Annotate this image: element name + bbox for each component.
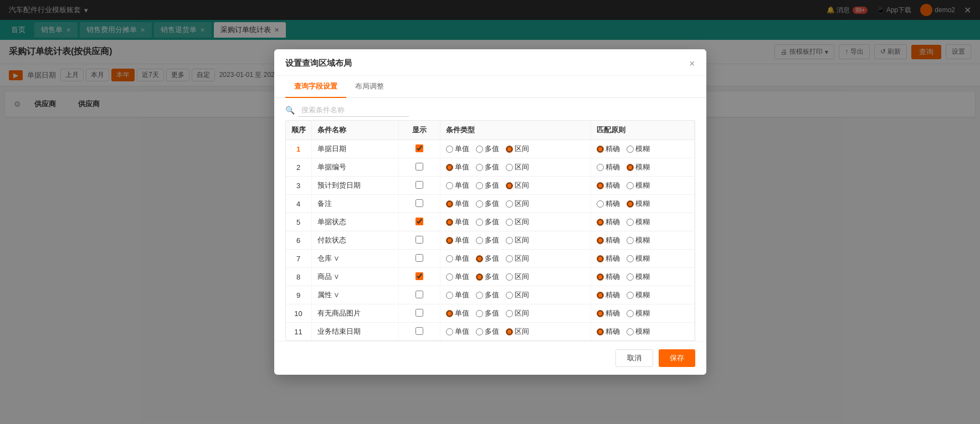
match-radio-match_exact[interactable]: 精确 bbox=[597, 180, 620, 190]
display-checkbox[interactable] bbox=[415, 309, 423, 317]
match-radio-match_fuzzy[interactable]: 模糊 bbox=[627, 272, 650, 282]
type-radio-type_single[interactable]: 单值 bbox=[446, 327, 469, 337]
type-radio-type_single[interactable]: 单值 bbox=[446, 180, 469, 190]
type-radio-type_range[interactable]: 区间 bbox=[506, 254, 529, 263]
cell-display[interactable] bbox=[399, 268, 440, 286]
type-radio-type_single[interactable]: 单值 bbox=[446, 144, 469, 154]
cell-display[interactable] bbox=[399, 304, 440, 323]
match-radio-match_fuzzy[interactable]: 模糊 bbox=[627, 144, 650, 154]
cell-display[interactable] bbox=[399, 195, 440, 213]
display-checkbox[interactable] bbox=[415, 291, 423, 298]
type-radio-type_multi[interactable]: 多值 bbox=[476, 254, 499, 263]
type-radio-type_range[interactable]: 区间 bbox=[506, 235, 529, 245]
match-radio-match_fuzzy[interactable]: 模糊 bbox=[627, 217, 650, 227]
modal-tab-field-settings[interactable]: 查询字段设置 bbox=[285, 76, 346, 98]
cell-type: 单值多值区间 bbox=[440, 323, 591, 341]
cell-type: 单值多值区间 bbox=[440, 231, 591, 250]
match-radio-match_fuzzy[interactable]: 模糊 bbox=[627, 327, 650, 337]
cell-match: 精确模糊 bbox=[591, 158, 694, 177]
cell-type: 单值多值区间 bbox=[440, 158, 591, 177]
type-radio-type_multi[interactable]: 多值 bbox=[476, 235, 499, 245]
match-radio-match_fuzzy[interactable]: 模糊 bbox=[627, 199, 650, 209]
cell-match: 精确模糊 bbox=[591, 250, 694, 268]
match-radio-match_exact[interactable]: 精确 bbox=[597, 327, 620, 337]
type-radio-type_single[interactable]: 单值 bbox=[446, 235, 469, 245]
display-checkbox[interactable] bbox=[415, 181, 423, 189]
cell-display[interactable] bbox=[399, 158, 440, 177]
cell-name: 仓库 ∨ bbox=[311, 250, 399, 268]
display-checkbox[interactable] bbox=[415, 272, 423, 280]
match-radio-match_exact[interactable]: 精确 bbox=[597, 235, 620, 245]
type-radio-type_single[interactable]: 单值 bbox=[446, 199, 469, 209]
match-radio-match_exact[interactable]: 精确 bbox=[597, 308, 620, 318]
type-radio-type_single[interactable]: 单值 bbox=[446, 162, 469, 172]
display-checkbox[interactable] bbox=[415, 218, 423, 225]
cell-display[interactable] bbox=[399, 231, 440, 250]
type-radio-type_multi[interactable]: 多值 bbox=[476, 290, 499, 300]
table-row: 2单据编号单值多值区间精确模糊 bbox=[286, 158, 695, 177]
match-radio-match_fuzzy[interactable]: 模糊 bbox=[627, 180, 650, 190]
type-radio-type_single[interactable]: 单值 bbox=[446, 254, 469, 263]
modal-footer: 取消 保存 bbox=[274, 341, 706, 375]
cell-match: 精确模糊 bbox=[591, 323, 694, 341]
match-radio-match_exact[interactable]: 精确 bbox=[597, 199, 620, 209]
match-radio-match_fuzzy[interactable]: 模糊 bbox=[627, 290, 650, 300]
type-radio-type_multi[interactable]: 多值 bbox=[476, 217, 499, 227]
modal-tab-bar: 查询字段设置 布局调整 bbox=[274, 76, 706, 98]
display-checkbox[interactable] bbox=[415, 199, 423, 207]
cell-display[interactable] bbox=[399, 286, 440, 304]
cell-display[interactable] bbox=[399, 140, 440, 158]
match-radio-match_fuzzy[interactable]: 模糊 bbox=[627, 162, 650, 172]
modal-search-input[interactable] bbox=[298, 104, 409, 117]
match-radio-match_exact[interactable]: 精确 bbox=[597, 272, 620, 282]
type-radio-type_range[interactable]: 区间 bbox=[506, 272, 529, 282]
type-radio-type_range[interactable]: 区间 bbox=[506, 327, 529, 337]
match-radio-match_exact[interactable]: 精确 bbox=[597, 162, 620, 172]
type-radio-type_multi[interactable]: 多值 bbox=[476, 327, 499, 337]
cell-type: 单值多值区间 bbox=[440, 177, 591, 195]
type-radio-type_multi[interactable]: 多值 bbox=[476, 272, 499, 282]
cell-name: 单据状态 bbox=[311, 213, 399, 231]
match-radio-match_fuzzy[interactable]: 模糊 bbox=[627, 235, 650, 245]
cell-order: 11 bbox=[286, 323, 312, 341]
type-radio-type_multi[interactable]: 多值 bbox=[476, 308, 499, 318]
type-radio-type_single[interactable]: 单值 bbox=[446, 308, 469, 318]
cell-display[interactable] bbox=[399, 323, 440, 341]
type-radio-type_range[interactable]: 区间 bbox=[506, 217, 529, 227]
match-radio-match_exact[interactable]: 精确 bbox=[597, 290, 620, 300]
match-radio-match_fuzzy[interactable]: 模糊 bbox=[627, 308, 650, 318]
match-radio-match_exact[interactable]: 精确 bbox=[597, 217, 620, 227]
display-checkbox[interactable] bbox=[415, 144, 423, 152]
display-checkbox[interactable] bbox=[415, 254, 423, 262]
modal-header: 设置查询区域布局 × bbox=[274, 49, 706, 76]
match-radio-match_exact[interactable]: 精确 bbox=[597, 144, 620, 154]
type-radio-type_single[interactable]: 单值 bbox=[446, 272, 469, 282]
cell-name: 预计到货日期 bbox=[311, 177, 399, 195]
type-radio-type_single[interactable]: 单值 bbox=[446, 217, 469, 227]
cell-type: 单值多值区间 bbox=[440, 304, 591, 323]
display-checkbox[interactable] bbox=[415, 163, 423, 170]
cell-display[interactable] bbox=[399, 250, 440, 268]
type-radio-type_range[interactable]: 区间 bbox=[506, 180, 529, 190]
type-radio-type_multi[interactable]: 多值 bbox=[476, 199, 499, 209]
type-radio-type_range[interactable]: 区间 bbox=[506, 308, 529, 318]
cell-display[interactable] bbox=[399, 177, 440, 195]
type-radio-type_multi[interactable]: 多值 bbox=[476, 144, 499, 154]
type-radio-type_single[interactable]: 单值 bbox=[446, 290, 469, 300]
match-radio-match_exact[interactable]: 精确 bbox=[597, 254, 620, 263]
modal-tab-layout-adjust[interactable]: 布局调整 bbox=[346, 76, 393, 98]
cell-order: 8 bbox=[286, 268, 312, 286]
modal-close-button[interactable]: × bbox=[689, 59, 695, 69]
type-radio-type_range[interactable]: 区间 bbox=[506, 162, 529, 172]
save-button[interactable]: 保存 bbox=[659, 349, 695, 367]
cell-display[interactable] bbox=[399, 213, 440, 231]
display-checkbox[interactable] bbox=[415, 327, 423, 335]
type-radio-type_multi[interactable]: 多值 bbox=[476, 180, 499, 190]
display-checkbox[interactable] bbox=[415, 236, 423, 244]
type-radio-type_range[interactable]: 区间 bbox=[506, 290, 529, 300]
match-radio-match_fuzzy[interactable]: 模糊 bbox=[627, 254, 650, 263]
type-radio-type_range[interactable]: 区间 bbox=[506, 144, 529, 154]
type-radio-type_range[interactable]: 区间 bbox=[506, 199, 529, 209]
type-radio-type_multi[interactable]: 多值 bbox=[476, 162, 499, 172]
cancel-button[interactable]: 取消 bbox=[615, 349, 653, 367]
